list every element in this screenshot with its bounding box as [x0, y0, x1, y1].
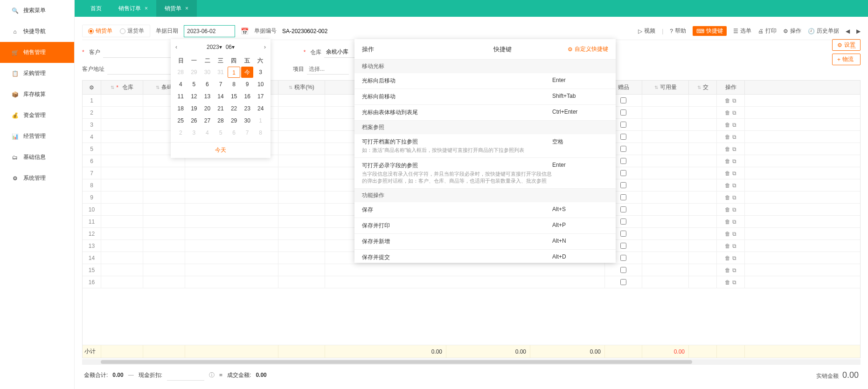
- delete-icon[interactable]: 🗑: [725, 182, 730, 189]
- next-doc-button[interactable]: ▶: [856, 28, 861, 34]
- day-cell[interactable]: 26: [188, 115, 201, 126]
- delete-icon[interactable]: 🗑: [725, 194, 730, 201]
- close-icon[interactable]: ×: [185, 5, 188, 12]
- gift-checkbox[interactable]: [620, 194, 626, 200]
- gift-checkbox[interactable]: [620, 218, 626, 225]
- delete-icon[interactable]: 🗑: [725, 158, 730, 164]
- sidebar-item-basicinfo[interactable]: 🗂基础信息: [0, 147, 74, 168]
- gift-checkbox[interactable]: [620, 122, 626, 128]
- gift-checkbox[interactable]: [620, 255, 626, 261]
- day-cell[interactable]: 24: [254, 103, 267, 114]
- close-icon[interactable]: ×: [145, 5, 148, 12]
- copy-icon[interactable]: ⧉: [732, 182, 736, 189]
- day-cell[interactable]: 7: [241, 127, 254, 138]
- day-cell[interactable]: 3: [254, 67, 267, 78]
- day-cell[interactable]: 19: [188, 103, 201, 114]
- day-cell[interactable]: 16: [241, 91, 254, 102]
- tab-home[interactable]: 首页: [82, 0, 110, 17]
- table-row[interactable]: 16🗑⧉: [83, 276, 860, 288]
- col-taxrate[interactable]: ⇅税率(%): [278, 81, 325, 94]
- tab-delivery-order[interactable]: 销货单×: [156, 0, 197, 17]
- day-cell[interactable]: 21: [215, 103, 227, 114]
- sidebar-item-search[interactable]: 🔍搜索菜单: [0, 0, 74, 21]
- day-cell[interactable]: 30: [241, 115, 254, 126]
- day-cell[interactable]: 20: [201, 103, 214, 114]
- sidebar-item-quicknav[interactable]: ⌂快捷导航: [0, 21, 74, 42]
- day-cell[interactable]: 5: [188, 79, 201, 90]
- day-cell[interactable]: 30: [201, 67, 214, 78]
- radio-return[interactable]: 退货单: [120, 27, 144, 35]
- day-cell[interactable]: 6: [228, 127, 240, 138]
- date-input[interactable]: [184, 25, 235, 37]
- day-cell[interactable]: 15: [228, 91, 240, 102]
- calendar-icon[interactable]: 📅: [241, 27, 249, 35]
- day-cell[interactable]: 9: [241, 79, 254, 90]
- day-cell[interactable]: 13: [201, 91, 214, 102]
- delete-icon[interactable]: 🗑: [725, 97, 730, 104]
- gift-checkbox[interactable]: [620, 170, 626, 176]
- delete-icon[interactable]: 🗑: [725, 134, 730, 140]
- copy-icon[interactable]: ⧉: [732, 231, 736, 237]
- gift-checkbox[interactable]: [620, 279, 626, 285]
- copy-icon[interactable]: ⧉: [732, 109, 736, 116]
- year-select[interactable]: 2023▾: [207, 44, 222, 50]
- customize-shortcuts-button[interactable]: ⚙自定义快捷键: [568, 45, 608, 53]
- copy-icon[interactable]: ⧉: [732, 243, 736, 249]
- day-cell[interactable]: 7: [215, 79, 227, 90]
- copy-icon[interactable]: ⧉: [732, 134, 736, 140]
- sidebar-item-funds[interactable]: 💰资金管理: [0, 105, 74, 126]
- copy-icon[interactable]: ⧉: [732, 255, 736, 261]
- copy-icon[interactable]: ⧉: [732, 97, 736, 104]
- day-cell[interactable]: 18: [174, 103, 187, 114]
- sidebar-item-purchase[interactable]: 📋采购管理: [0, 63, 74, 84]
- gift-checkbox[interactable]: [620, 97, 626, 103]
- gift-checkbox[interactable]: [620, 206, 626, 212]
- gift-checkbox[interactable]: [620, 267, 626, 273]
- copy-icon[interactable]: ⧉: [732, 170, 736, 177]
- tab-sales-order[interactable]: 销售订单×: [110, 0, 156, 17]
- prev-month-button[interactable]: ‹: [175, 44, 177, 50]
- today-button[interactable]: 今天: [171, 142, 271, 158]
- copy-icon[interactable]: ⧉: [732, 206, 736, 213]
- copy-icon[interactable]: ⧉: [732, 158, 736, 164]
- operate-button[interactable]: ⚙操作: [783, 27, 801, 35]
- table-row[interactable]: 15🗑⧉: [83, 264, 860, 276]
- day-cell[interactable]: 今: [241, 67, 254, 78]
- sidebar-item-inventory[interactable]: 📦库存核算: [0, 84, 74, 105]
- day-cell[interactable]: 4: [174, 79, 187, 90]
- day-cell[interactable]: 1: [228, 67, 240, 78]
- day-cell[interactable]: 29: [228, 115, 240, 126]
- copy-icon[interactable]: ⧉: [732, 267, 736, 273]
- day-cell[interactable]: 12: [188, 91, 201, 102]
- delete-icon[interactable]: 🗑: [725, 267, 730, 273]
- scrollbar-thumb[interactable]: [101, 360, 692, 364]
- copy-icon[interactable]: ⧉: [732, 218, 736, 225]
- day-cell[interactable]: 27: [201, 115, 214, 126]
- copy-icon[interactable]: ⧉: [732, 279, 736, 286]
- day-cell[interactable]: 28: [215, 115, 227, 126]
- day-cell[interactable]: 31: [215, 67, 227, 78]
- sidebar-item-system[interactable]: ⚙系统管理: [0, 168, 74, 189]
- day-cell[interactable]: 11: [174, 91, 187, 102]
- sidebar-item-sales[interactable]: 🛒销售管理: [0, 42, 74, 63]
- history-button[interactable]: 🕘历史单据: [808, 27, 839, 35]
- more-button-right[interactable]: ⋯: [850, 45, 857, 51]
- day-cell[interactable]: 8: [228, 79, 240, 90]
- delete-icon[interactable]: 🗑: [725, 255, 730, 261]
- gift-checkbox[interactable]: [620, 243, 626, 249]
- delete-icon[interactable]: 🗑: [725, 122, 730, 128]
- copy-icon[interactable]: ⧉: [732, 146, 736, 152]
- select-order-button[interactable]: ☰选单: [733, 27, 751, 35]
- delete-icon[interactable]: 🗑: [725, 218, 730, 225]
- day-cell[interactable]: 1: [254, 115, 267, 126]
- radio-sale[interactable]: 销货单: [88, 27, 112, 35]
- cash-discount-input[interactable]: [167, 369, 204, 381]
- prev-doc-button[interactable]: ◀: [846, 28, 850, 34]
- delete-icon[interactable]: 🗑: [725, 109, 730, 116]
- gift-checkbox[interactable]: [620, 231, 626, 237]
- day-cell[interactable]: 28: [174, 67, 187, 78]
- day-cell[interactable]: 3: [188, 127, 201, 138]
- shortcut-button[interactable]: ⌨快捷键: [693, 26, 727, 36]
- day-cell[interactable]: 23: [241, 103, 254, 114]
- help-icon[interactable]: ⓘ: [209, 371, 215, 379]
